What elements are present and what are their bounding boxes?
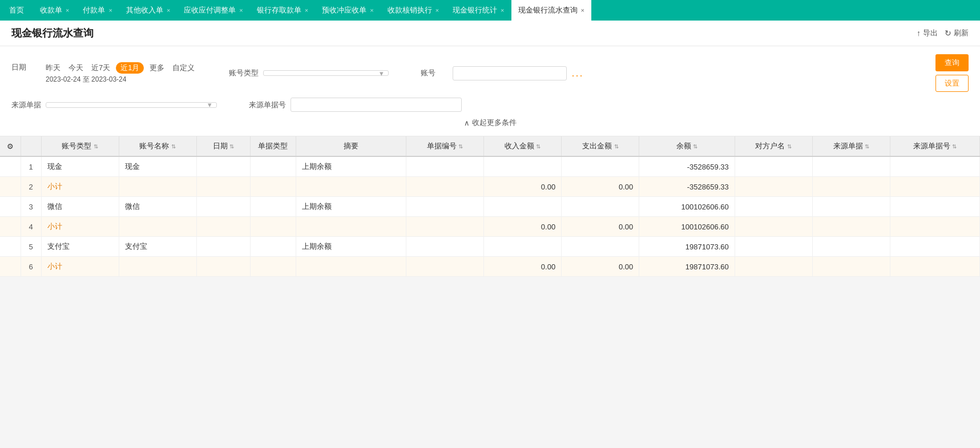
td-account-type: 小计 — [41, 257, 119, 277]
date-option-1month[interactable]: 近1月 — [116, 62, 144, 74]
table-row[interactable]: 5 支付宝 支付宝 上期余额 19871073.60 — [0, 237, 980, 257]
source-doc-num-label: 来源单据号 — [249, 100, 286, 110]
th-source-doc-no[interactable]: 来源单据号 ⇅ — [890, 136, 979, 156]
data-table: ⚙ 账号类型 ⇅ 账号名称 ⇅ 日期 ⇅ 单据类型 摘要 单据编号 ⇅ 收入金额… — [0, 136, 980, 277]
account-type-label: 账号类型 — [229, 68, 259, 78]
th-summary: 摘要 — [296, 136, 406, 156]
td-counter-name — [735, 237, 812, 257]
table-row[interactable]: 2 小计 0.00 0.00 -3528659.33 — [0, 177, 980, 197]
td-doc-no — [406, 237, 483, 257]
nav-tab-5[interactable]: 银行存取款单 × — [250, 0, 315, 21]
td-num: 2 — [21, 177, 41, 197]
th-date[interactable]: 日期 ⇅ — [196, 136, 250, 156]
page-title: 现金银行流水查询 — [11, 26, 94, 40]
td-source-doc-no — [890, 257, 979, 277]
th-expense[interactable]: 支出金额 ⇅ — [562, 136, 639, 156]
table-row[interactable]: 4 小计 0.00 0.00 100102606.60 — [0, 217, 980, 237]
td-income: 0.00 — [484, 257, 562, 277]
close-icon[interactable]: × — [108, 7, 112, 14]
td-doc-type — [250, 217, 296, 237]
source-doc-select[interactable]: ▾ — [46, 102, 217, 108]
top-nav: 首页 收款单 × 付款单 × 其他收入单 × 应收应付调整单 × 银行存取款单 … — [0, 0, 980, 21]
td-account-name: 支付宝 — [119, 237, 196, 257]
td-gear — [0, 217, 21, 237]
nav-home[interactable]: 首页 — [0, 0, 33, 21]
td-source-doc — [812, 177, 890, 197]
nav-tab-2[interactable]: 付款单 × — [76, 0, 119, 21]
query-button[interactable]: 查询 — [935, 54, 969, 71]
table-row[interactable]: 6 小计 0.00 0.00 19871073.60 — [0, 257, 980, 277]
nav-tab-3[interactable]: 其他收入单 × — [119, 0, 177, 21]
td-date — [196, 197, 250, 217]
td-counter-name — [735, 257, 812, 277]
td-date — [196, 156, 250, 177]
nav-tab-7[interactable]: 收款核销执行 × — [381, 0, 446, 21]
td-source-doc-no — [890, 197, 979, 217]
td-counter-name — [735, 156, 812, 177]
date-range: 2023-02-24 至 2023-03-24 — [46, 75, 197, 84]
td-source-doc — [812, 257, 890, 277]
nav-tab-6[interactable]: 预收冲应收单 × — [315, 0, 380, 21]
th-account-name[interactable]: 账号名称 ⇅ — [119, 136, 196, 156]
close-icon[interactable]: × — [501, 7, 504, 14]
refresh-icon: ↻ — [945, 29, 951, 38]
th-gear[interactable]: ⚙ — [0, 136, 21, 156]
date-option-yesterday[interactable]: 昨天 — [43, 62, 63, 74]
collapse-bar[interactable]: ∧ 收起更多条件 — [11, 118, 969, 128]
th-counter-name[interactable]: 对方户名 ⇅ — [735, 136, 812, 156]
collapse-label: 收起更多条件 — [472, 118, 517, 128]
close-icon[interactable]: × — [167, 7, 170, 14]
page-header: 现金银行流水查询 ↑ 导出 ↻ 刷新 — [0, 21, 980, 46]
date-option-today[interactable]: 今天 — [66, 62, 86, 74]
td-gear — [0, 177, 21, 197]
th-balance[interactable]: 余额 ⇅ — [639, 136, 735, 156]
date-option-more[interactable]: 更多 — [147, 62, 167, 74]
date-option-7days[interactable]: 近7天 — [89, 62, 112, 74]
td-summary: 上期余额 — [296, 197, 406, 217]
source-doc-label: 来源单据 — [11, 100, 41, 110]
th-account-type[interactable]: 账号类型 ⇅ — [41, 136, 119, 156]
export-button[interactable]: ↑ 导出 — [917, 28, 938, 38]
td-balance: -3528659.33 — [639, 177, 735, 197]
td-balance: 100102606.60 — [639, 197, 735, 217]
nav-tab-9[interactable]: 现金银行流水查询 × — [511, 0, 591, 21]
account-dots-button[interactable]: ... — [571, 67, 583, 79]
th-doc-no[interactable]: 单据编号 ⇅ — [406, 136, 483, 156]
filter-row-2: 来源单据 ▾ 来源单据号 — [11, 98, 969, 112]
account-type-select[interactable]: ▾ — [263, 70, 389, 76]
date-label: 日期 — [11, 62, 39, 72]
filter-area: 日期 昨天 今天 近7天 近1月 更多 自定义 2023-02-24 至 202… — [0, 46, 980, 136]
th-source-doc[interactable]: 来源单据 ⇅ — [812, 136, 890, 156]
date-option-custom[interactable]: 自定义 — [170, 62, 197, 74]
account-input[interactable] — [453, 66, 567, 80]
close-icon[interactable]: × — [305, 7, 308, 14]
account-label: 账号 — [421, 68, 448, 78]
td-counter-name — [735, 197, 812, 217]
td-date — [196, 217, 250, 237]
td-income — [484, 197, 562, 217]
td-expense: 0.00 — [562, 217, 639, 237]
td-source-doc — [812, 237, 890, 257]
table-row[interactable]: 3 微信 微信 上期余额 100102606.60 — [0, 197, 980, 217]
collapse-icon: ∧ — [464, 119, 470, 127]
td-balance: -3528659.33 — [639, 156, 735, 177]
td-doc-type — [250, 257, 296, 277]
close-icon[interactable]: × — [435, 7, 439, 14]
close-icon[interactable]: × — [239, 7, 243, 14]
refresh-button[interactable]: ↻ 刷新 — [945, 28, 969, 38]
settings-button[interactable]: 设置 — [935, 75, 969, 92]
close-icon[interactable]: × — [370, 7, 373, 14]
nav-tab-4[interactable]: 应收应付调整单 × — [177, 0, 249, 21]
close-icon[interactable]: × — [581, 7, 584, 14]
nav-tab-1[interactable]: 收款单 × — [33, 0, 76, 21]
close-icon[interactable]: × — [66, 7, 69, 14]
td-account-type: 微信 — [41, 197, 119, 217]
th-income[interactable]: 收入金额 ⇅ — [484, 136, 562, 156]
table-row[interactable]: 1 现金 现金 上期余额 -3528659.33 — [0, 156, 980, 177]
td-date — [196, 257, 250, 277]
td-balance: 100102606.60 — [639, 217, 735, 237]
source-doc-num-input[interactable] — [291, 98, 462, 112]
nav-tab-8[interactable]: 现金银行统计 × — [446, 0, 511, 21]
td-income — [484, 156, 562, 177]
th-num — [21, 136, 41, 156]
